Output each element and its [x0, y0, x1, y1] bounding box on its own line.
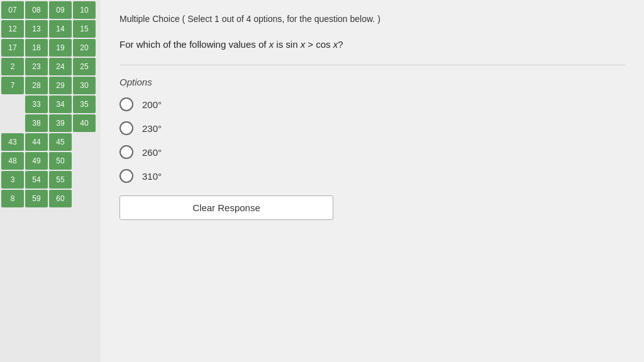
sidebar-cell-8[interactable]: 8: [1, 190, 24, 207]
radio-2[interactable]: [119, 121, 133, 135]
question-text: For which of the following values of x i…: [119, 37, 625, 52]
option-item-3[interactable]: 260°: [119, 145, 625, 159]
sidebar-cell-49[interactable]: 49: [25, 152, 48, 170]
sidebar-cell-39[interactable]: 39: [49, 114, 72, 132]
sidebar-cell-12[interactable]: 12: [1, 20, 24, 38]
radio-4[interactable]: [119, 169, 133, 183]
sidebar-row: 35455: [1, 171, 99, 189]
sidebar-cell-19[interactable]: 19: [49, 39, 72, 57]
sidebar-cell-55[interactable]: 55: [49, 171, 72, 189]
sidebar-cell-29[interactable]: 29: [49, 77, 72, 94]
sidebar-cell-18[interactable]: 18: [25, 39, 48, 57]
sidebar-cell-24[interactable]: 24: [49, 58, 72, 75]
sidebar: 0708091012131415171819202232425728293033…: [0, 0, 101, 362]
sidebar-cell-07[interactable]: 07: [1, 1, 24, 19]
sidebar-cell-15[interactable]: 15: [73, 20, 96, 38]
sidebar-cell-34[interactable]: 34: [49, 96, 72, 113]
sidebar-cell-59[interactable]: 59: [25, 190, 48, 207]
sidebar-cell-08[interactable]: 08: [25, 1, 48, 19]
sidebar-cell-17[interactable]: 17: [1, 39, 24, 57]
sidebar-cell-2[interactable]: 2: [1, 58, 24, 75]
sidebar-cell-28[interactable]: 28: [25, 77, 48, 94]
sidebar-cell-38[interactable]: 38: [25, 114, 48, 132]
sidebar-cell-33[interactable]: 33: [25, 96, 48, 113]
sidebar-cell-60[interactable]: 60: [49, 190, 72, 207]
sidebar-cell-35[interactable]: 35: [73, 96, 96, 113]
sidebar-row: 333435: [1, 96, 99, 113]
sidebar-cell-20[interactable]: 20: [73, 39, 96, 57]
sidebar-row: 2232425: [1, 58, 99, 75]
sidebar-row: 484950: [1, 152, 99, 170]
divider: [119, 65, 625, 65]
main-content: Multiple Choice ( Select 1 out of 4 opti…: [101, 0, 644, 362]
sidebar-row: 383940: [1, 114, 99, 132]
sidebar-cell-54[interactable]: 54: [25, 171, 48, 189]
instruction-text: Multiple Choice ( Select 1 out of 4 opti…: [119, 13, 625, 26]
option-label-3: 260°: [142, 147, 162, 158]
option-label-2: 230°: [142, 123, 162, 134]
sidebar-cell-50[interactable]: 50: [49, 152, 72, 170]
sidebar-cell-48[interactable]: 48: [1, 152, 24, 170]
sidebar-cell-30[interactable]: 30: [73, 77, 96, 94]
sidebar-row: 12131415: [1, 20, 99, 38]
sidebar-cell-7[interactable]: 7: [1, 77, 24, 94]
radio-3[interactable]: [119, 145, 133, 159]
sidebar-cell-3[interactable]: 3: [1, 171, 24, 189]
sidebar-cell-45[interactable]: 45: [49, 133, 72, 151]
options-list: 200° 230° 260° 310°: [119, 97, 625, 183]
sidebar-cell-23[interactable]: 23: [25, 58, 48, 75]
clear-response-button[interactable]: Clear Response: [119, 195, 333, 220]
sidebar-cell-13[interactable]: 13: [25, 20, 48, 38]
sidebar-row: 85960: [1, 190, 99, 207]
option-item-4[interactable]: 310°: [119, 169, 625, 183]
option-label-4: 310°: [142, 171, 162, 182]
sidebar-cell-44[interactable]: 44: [25, 133, 48, 151]
sidebar-cell-40[interactable]: 40: [73, 114, 96, 132]
sidebar-cell-14[interactable]: 14: [49, 20, 72, 38]
options-label: Options: [119, 77, 625, 87]
option-item-1[interactable]: 200°: [119, 97, 625, 111]
option-label-1: 200°: [142, 99, 162, 110]
sidebar-cell-10[interactable]: 10: [73, 1, 96, 19]
sidebar-row: 17181920: [1, 39, 99, 57]
sidebar-cell-09[interactable]: 09: [49, 1, 72, 19]
sidebar-row: 07080910: [1, 1, 99, 19]
sidebar-cell-43[interactable]: 43: [1, 133, 24, 151]
sidebar-row: 434445: [1, 133, 99, 151]
sidebar-cell-25[interactable]: 25: [73, 58, 96, 75]
radio-1[interactable]: [119, 97, 133, 111]
sidebar-row: 7282930: [1, 77, 99, 94]
option-item-2[interactable]: 230°: [119, 121, 625, 135]
